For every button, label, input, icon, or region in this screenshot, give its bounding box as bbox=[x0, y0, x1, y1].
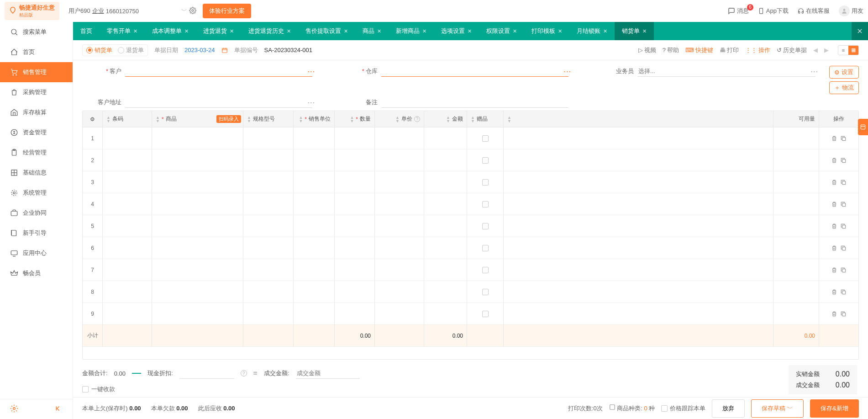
discard-button[interactable]: 放弃 bbox=[712, 399, 745, 418]
tab-close-icon[interactable]: ✕ bbox=[344, 28, 348, 34]
save-draft-button[interactable]: 保存草稿 ﹀ bbox=[751, 399, 804, 418]
address-input[interactable] bbox=[125, 97, 312, 108]
warehouse-input[interactable] bbox=[381, 66, 568, 77]
tab-2[interactable]: 成本调整单✕ bbox=[145, 22, 196, 40]
video-link[interactable]: ▷ 视频 bbox=[638, 46, 656, 54]
tab-12[interactable]: 销货单✕ bbox=[615, 22, 654, 40]
tab-close-icon[interactable]: ✕ bbox=[184, 28, 189, 34]
sidebar-item-0[interactable]: 搜索菜单 bbox=[0, 22, 73, 42]
tab-close-icon[interactable]: ✕ bbox=[468, 28, 472, 34]
tab-7[interactable]: 新增商品✕ bbox=[389, 22, 434, 40]
sidebar-item-4[interactable]: 库存核算 bbox=[0, 102, 73, 122]
delete-row-icon[interactable] bbox=[831, 311, 837, 317]
settings-button[interactable]: ⚙ 设置 bbox=[829, 66, 859, 79]
logistics-button[interactable]: ＋ 物流 bbox=[829, 81, 859, 94]
col-unit[interactable]: ▲▼*销售单位 bbox=[294, 111, 335, 127]
tab-1[interactable]: 零售开单✕ bbox=[100, 22, 145, 40]
prev-doc-button[interactable]: ◀ bbox=[813, 47, 818, 53]
discount-help-icon[interactable]: ? bbox=[241, 370, 247, 377]
doc-date-value[interactable]: 2023-03-24 bbox=[184, 47, 215, 53]
tenant-selector[interactable]: 用户690企业1660120750 ﹀ bbox=[68, 7, 187, 15]
tab-close-icon[interactable]: ✕ bbox=[287, 28, 291, 34]
user-menu[interactable]: 用友 bbox=[839, 5, 863, 16]
discount-input[interactable] bbox=[179, 368, 234, 379]
app-download-button[interactable]: App下载 bbox=[758, 7, 789, 15]
sidebar-item-7[interactable]: 基础信息 bbox=[0, 163, 73, 183]
gift-checkbox[interactable] bbox=[482, 223, 489, 229]
sidebar-item-12[interactable]: 畅会员 bbox=[0, 263, 73, 283]
view-grid-button[interactable]: ▦ bbox=[848, 46, 858, 55]
print-link[interactable]: 🖶 打印 bbox=[720, 46, 739, 54]
history-link[interactable]: ↺ 历史单据 bbox=[777, 46, 807, 54]
oneclick-collect-checkbox[interactable]: 一键收款 bbox=[82, 385, 859, 393]
table-row[interactable]: 2 bbox=[83, 149, 858, 171]
copy-row-icon[interactable] bbox=[840, 245, 847, 251]
tab-close-icon[interactable]: ✕ bbox=[230, 28, 234, 34]
table-row[interactable]: 7 bbox=[83, 259, 858, 281]
col-config-icon[interactable]: ⚙ bbox=[83, 111, 103, 127]
side-drawer-handle[interactable] bbox=[858, 119, 868, 135]
radio-return[interactable]: 退货单 bbox=[118, 46, 144, 54]
industry-cta-button[interactable]: 体验行业方案 bbox=[203, 4, 251, 18]
radio-sale[interactable]: 销货单 bbox=[86, 46, 112, 54]
gift-checkbox[interactable] bbox=[482, 179, 489, 186]
address-picker-icon[interactable]: ··· bbox=[308, 99, 316, 106]
tab-close-icon[interactable]: ✕ bbox=[133, 28, 137, 34]
gift-checkbox[interactable] bbox=[482, 135, 489, 142]
copy-row-icon[interactable] bbox=[840, 201, 847, 207]
col-amount[interactable]: ▲▼金额 bbox=[424, 111, 467, 127]
col-product[interactable]: ▲▼*商品扫码录入 bbox=[152, 111, 243, 127]
gift-checkbox[interactable] bbox=[482, 267, 489, 273]
sidebar-item-8[interactable]: 系统管理 bbox=[0, 183, 73, 203]
table-row[interactable]: 3 bbox=[83, 171, 858, 193]
tenant-settings-icon[interactable] bbox=[187, 5, 198, 17]
table-row[interactable]: 1 bbox=[83, 127, 858, 149]
col-qty[interactable]: ▲▼*数量 bbox=[335, 111, 375, 127]
tab-close-icon[interactable]: ✕ bbox=[603, 28, 607, 34]
ops-link[interactable]: ⋮⋮ 操作 bbox=[745, 46, 770, 54]
delete-row-icon[interactable] bbox=[831, 289, 837, 295]
tab-close-icon[interactable]: ✕ bbox=[513, 28, 517, 34]
copy-row-icon[interactable] bbox=[840, 157, 847, 164]
table-row[interactable]: 8 bbox=[83, 281, 858, 303]
tab-8[interactable]: 选项设置✕ bbox=[434, 22, 479, 40]
copy-row-icon[interactable] bbox=[840, 135, 847, 142]
col-barcode[interactable]: ▲▼条码 bbox=[103, 111, 152, 127]
copy-row-icon[interactable] bbox=[840, 223, 847, 229]
tab-close-icon[interactable]: ✕ bbox=[377, 28, 381, 34]
col-price[interactable]: ▲▼单价 ? bbox=[375, 111, 424, 127]
tab-0[interactable]: 首页 bbox=[73, 22, 100, 40]
tab-3[interactable]: 进货退货✕ bbox=[196, 22, 241, 40]
customer-picker-icon[interactable]: ··· bbox=[308, 68, 316, 75]
copy-row-icon[interactable] bbox=[840, 267, 847, 273]
sidebar-item-3[interactable]: 采购管理 bbox=[0, 82, 73, 102]
delete-row-icon[interactable] bbox=[831, 223, 837, 229]
gift-checkbox[interactable] bbox=[482, 289, 489, 295]
copy-row-icon[interactable] bbox=[840, 289, 847, 295]
copy-row-icon[interactable] bbox=[840, 311, 847, 317]
price-track-checkbox[interactable]: 价格跟踪本单 bbox=[661, 404, 705, 413]
settings-icon[interactable] bbox=[10, 404, 18, 414]
sidebar-item-6[interactable]: 经营管理 bbox=[0, 143, 73, 163]
delete-row-icon[interactable] bbox=[831, 179, 837, 186]
gift-checkbox[interactable] bbox=[482, 311, 489, 317]
delete-row-icon[interactable] bbox=[831, 201, 837, 207]
gift-checkbox[interactable] bbox=[482, 157, 489, 164]
copy-row-icon[interactable] bbox=[840, 179, 847, 186]
scan-input-tag[interactable]: 扫码录入 bbox=[216, 115, 241, 123]
col-spec[interactable]: ▲▼规格型号 bbox=[243, 111, 294, 127]
table-row[interactable]: 9 bbox=[83, 303, 858, 325]
salesman-input[interactable] bbox=[637, 66, 815, 77]
delete-row-icon[interactable] bbox=[831, 267, 837, 273]
tab-close-icon[interactable]: ✕ bbox=[422, 28, 426, 34]
delete-row-icon[interactable] bbox=[831, 245, 837, 251]
deal-input[interactable] bbox=[296, 368, 360, 379]
tab-10[interactable]: 打印模板✕ bbox=[524, 22, 569, 40]
sidebar-item-11[interactable]: 应用中心 bbox=[0, 243, 73, 263]
gift-checkbox[interactable] bbox=[482, 201, 489, 207]
tab-9[interactable]: 权限设置✕ bbox=[479, 22, 524, 40]
sidebar-item-2[interactable]: 销售管理 bbox=[0, 62, 73, 82]
tab-close-icon[interactable]: ✕ bbox=[558, 28, 562, 34]
table-row[interactable]: 4 bbox=[83, 193, 858, 215]
messages-button[interactable]: 消息 6 bbox=[728, 7, 749, 15]
